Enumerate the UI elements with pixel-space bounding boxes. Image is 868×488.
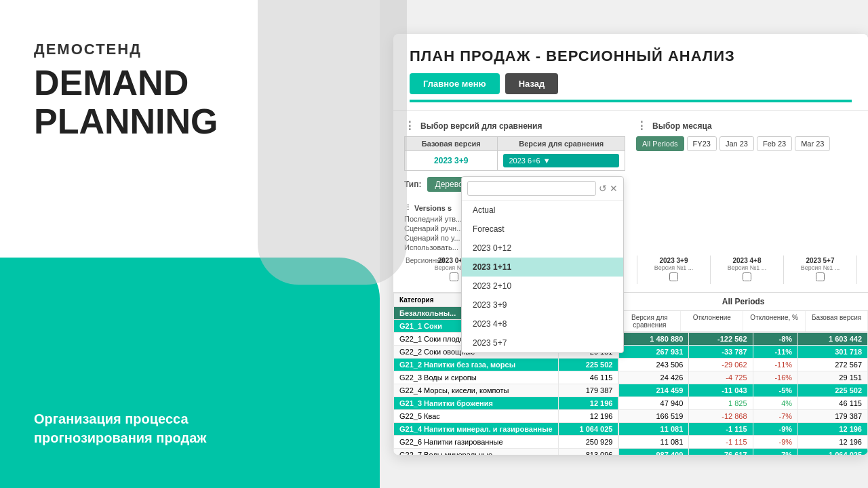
tab-all-periods[interactable]: All Periods — [636, 136, 684, 151]
bottom-text: Организация процесса прогнозирования про… — [34, 409, 207, 447]
table-row: G21_4 Напитки минерал. и газированные 1 … — [394, 423, 618, 436]
dropdown-item[interactable]: Actual — [462, 201, 623, 220]
compare-col-header: Версия для сравнения — [618, 311, 681, 331]
nav-buttons: Главное меню Назад — [410, 73, 852, 94]
month-col-4: 2023 4+8Версия №1 ... — [711, 256, 784, 284]
dropdown-item[interactable]: 2023 5+7 — [462, 333, 623, 352]
dev-col-header: Отклонение — [681, 311, 743, 331]
dropdown-items-list: ActualForecast2023 0+122023 1+112023 2+1… — [462, 201, 623, 352]
analysis-tbody: 1 480 880 -122 562 -8% 1 603 442 267 931… — [619, 333, 868, 455]
main-menu-button[interactable]: Главное меню — [410, 73, 500, 94]
table-row: G22_3 Воды и сиропы 46 115 — [394, 371, 618, 384]
progress-bar — [410, 100, 852, 102]
dev-pct-col-header: Отклонение, % — [743, 311, 806, 331]
analysis-row: 11 081 -1 115 -9% 12 196 — [619, 423, 868, 436]
analysis-row: 47 940 1 825 4% 46 115 — [619, 397, 868, 410]
bg-teal-shape — [0, 258, 380, 488]
month-col-checkbox-4[interactable] — [743, 272, 751, 281]
tab-mar23[interactable]: Mar 23 — [795, 136, 830, 151]
table-row: G22_7 Воды минеральные 813 096 — [394, 449, 618, 455]
version-header-label: Версионный — [404, 256, 418, 284]
page-title: ПЛАН ПРОДАЖ - ВЕРСИОННЫЙ АНАЛИЗ — [410, 47, 852, 65]
all-periods-header: All Periods — [618, 293, 868, 311]
table-row: G21_2 Напитки без газа, морсы 225 502 — [394, 359, 618, 371]
dropdown-item[interactable]: 2023 0+12 — [462, 239, 623, 258]
analysis-row: 24 426 -4 725 -16% 29 151 — [619, 371, 868, 384]
compare-version-dropdown[interactable]: 2023 6+6 ▼ — [503, 154, 619, 167]
dropdown-item[interactable]: Forecast — [462, 220, 623, 239]
tab-jan23[interactable]: Jan 23 — [719, 136, 754, 151]
analysis-row: 987 409 -76 617 -7% 1 064 025 — [619, 449, 868, 455]
analysis-row: 11 081 -1 115 -9% 12 196 — [619, 436, 868, 449]
table-row: G22_5 Квас 12 196 — [394, 410, 618, 423]
right-panel: ПЛАН ПРОДАЖ - ВЕРСИОННЫЙ АНАЛИЗ Главное … — [380, 0, 868, 488]
base-col-header: Базовая версия — [806, 311, 868, 331]
base-version-header: Базовая версия — [405, 137, 498, 151]
dropdown-close-icon[interactable]: ✕ — [610, 183, 618, 194]
base-version-value: 2023 3+9 — [405, 151, 498, 171]
tab-feb23[interactable]: Feb 23 — [757, 136, 792, 151]
dropdown-item[interactable]: 2023 3+9 — [462, 296, 623, 314]
dropdown-refresh-icon[interactable]: ↺ — [599, 183, 607, 194]
table-row: G22_6 Напитки газированные 250 929 — [394, 436, 618, 449]
compare-version-cell[interactable]: 2023 6+6 ▼ — [498, 151, 625, 171]
analysis-row: 243 506 -29 062 -11% 272 567 — [619, 359, 868, 371]
month-col-5: 2023 5+7Версия №1 ... — [784, 256, 857, 284]
panel-header: ПЛАН ПРОДАЖ - ВЕРСИОННЫЙ АНАЛИЗ Главное … — [393, 34, 868, 111]
month-selector-section: ⋮ Выбор месяца All Periods FY23 Jan 23 F… — [636, 119, 857, 198]
back-button[interactable]: Назад — [505, 73, 559, 94]
version-dropdown-overlay: ↺ ✕ ActualForecast2023 0+122023 1+112023… — [461, 176, 624, 353]
analysis-row: 267 931 -33 787 -11% 301 718 — [619, 346, 868, 359]
analysis-row: 1 480 880 -122 562 -8% 1 603 442 — [619, 333, 868, 346]
tab-fy23[interactable]: FY23 — [687, 136, 717, 151]
analysis-row: 166 519 -12 868 -7% 179 387 — [619, 410, 868, 423]
month-tabs: All Periods FY23 Jan 23 Feb 23 Mar 23 — [636, 136, 857, 151]
dropdown-item[interactable]: 2023 2+10 — [462, 277, 623, 296]
table-row: G22_4 Морсы, кисели, компоты 179 387 — [394, 384, 618, 397]
demo-label: ДЕМОСТЕНД — [34, 41, 346, 58]
version-table: Базовая версия Версия для сравнения 2023… — [404, 136, 625, 171]
analysis-table: 1 480 880 -122 562 -8% 1 603 442 267 931… — [618, 332, 868, 455]
table-row: G21_3 Напитки брожения 12 196 — [394, 397, 618, 410]
compare-version-header: Версия для сравнения — [498, 137, 625, 151]
month-col-3: 2023 3+9Версия №1 ... — [637, 256, 711, 284]
dropdown-search-input[interactable] — [467, 181, 596, 196]
dropdown-item[interactable]: 2023 1+11 — [462, 258, 623, 277]
dots-icon-2: ⋮ — [636, 119, 647, 132]
left-panel: ДЕМОСТЕНД DEMAND PLANNING Организация пр… — [0, 0, 380, 488]
month-col-checkbox-5[interactable] — [816, 272, 825, 281]
app-title: DEMAND PLANNING — [34, 64, 346, 141]
version-selector-label: ⋮ Выбор версий для сравнения — [404, 119, 625, 132]
chevron-down-icon: ▼ — [543, 157, 551, 165]
month-col-checkbox-0[interactable] — [450, 272, 458, 281]
month-col-checkbox-3[interactable] — [669, 272, 678, 281]
analysis-row: 214 459 -11 043 -5% 225 502 — [619, 384, 868, 397]
all-periods-cols: Версия для сравнения Отклонение Отклонен… — [618, 311, 868, 332]
dropdown-item[interactable]: 2023 4+8 — [462, 314, 623, 333]
month-selector-label: ⋮ Выбор месяца — [636, 119, 857, 132]
dropdown-search-row: ↺ ✕ — [462, 177, 623, 201]
all-periods-col: All Periods Версия для сравнения Отклоне… — [618, 293, 868, 455]
